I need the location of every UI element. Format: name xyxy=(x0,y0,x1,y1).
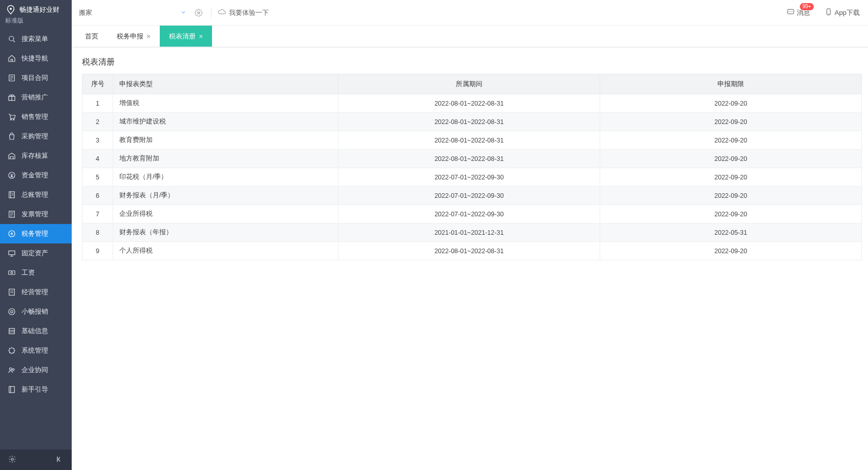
system-icon xyxy=(7,346,16,355)
ledger-icon xyxy=(7,190,16,199)
sidebar-item-6[interactable]: 库存核算 xyxy=(0,146,72,166)
search-icon xyxy=(7,34,16,44)
sidebar-item-13[interactable]: 经营管理 xyxy=(0,282,72,302)
operate-icon xyxy=(7,288,16,297)
org-select[interactable]: 搬家 xyxy=(79,8,186,17)
cell-period: 2022-08-01~2022-08-31 xyxy=(338,150,600,168)
table-row[interactable]: 6财务报表（月/季）2022-07-01~2022-09-302022-09-2… xyxy=(82,187,862,205)
svg-rect-10 xyxy=(9,251,15,255)
svg-rect-7 xyxy=(9,192,15,198)
sidebar-item-9[interactable]: 发票管理 xyxy=(0,205,72,224)
sidebar-item-2[interactable]: 项目合同 xyxy=(0,68,72,88)
message-icon xyxy=(787,8,795,17)
sidebar-item-1[interactable]: 快捷导航 xyxy=(0,49,72,68)
base-icon xyxy=(7,326,16,336)
cell-index: 1 xyxy=(82,94,113,113)
sidebar-item-label: 税务管理 xyxy=(22,229,48,238)
sidebar-item-12[interactable]: 工资 xyxy=(0,263,72,282)
sidebar-item-label: 搜索菜单 xyxy=(22,34,48,44)
svg-point-24 xyxy=(790,11,791,12)
sidebar-item-17[interactable]: 企业协同 xyxy=(0,360,72,380)
brand-subtitle: 标准版 xyxy=(0,16,72,29)
cell-index: 6 xyxy=(82,187,113,205)
sidebar-item-label: 快捷导航 xyxy=(22,54,48,63)
close-icon[interactable]: × xyxy=(199,32,203,40)
table-row[interactable]: 4地方教育附加2022-08-01~2022-08-312022-09-20 xyxy=(82,150,862,168)
table-row[interactable]: 2城市维护建设税2022-08-01~2022-08-312022-09-20 xyxy=(82,113,862,131)
cell-deadline: 2022-05-31 xyxy=(600,223,862,242)
sidebar-item-3[interactable]: 营销推广 xyxy=(0,88,72,107)
svg-point-1 xyxy=(9,36,14,41)
cell-type: 增值税 xyxy=(113,94,338,113)
cell-deadline: 2022-09-20 xyxy=(600,205,862,223)
tab-label: 税表清册 xyxy=(169,32,196,41)
sidebar-item-label: 系统管理 xyxy=(22,346,48,355)
sidebar-item-label: 发票管理 xyxy=(22,210,48,219)
cell-deadline: 2022-09-20 xyxy=(600,168,862,187)
cell-deadline: 2022-09-20 xyxy=(600,131,862,150)
table-row[interactable]: 9个人所得税2022-08-01~2022-08-312022-09-20 xyxy=(82,242,862,260)
sidebar-item-label: 企业协同 xyxy=(22,365,48,375)
try-experience-button[interactable]: 我要体验一下 xyxy=(218,8,269,17)
tab-2[interactable]: 税表清册× xyxy=(160,26,212,47)
cell-period: 2022-08-01~2022-08-31 xyxy=(338,131,600,150)
cell-period: 2022-08-01~2022-08-31 xyxy=(338,113,600,131)
table-row[interactable]: 1增值税2022-08-01~2022-08-312022-09-20 xyxy=(82,94,862,113)
topbar: 搬家 我要体验一下 消息 99+ xyxy=(72,0,868,26)
cell-deadline: 2022-09-20 xyxy=(600,113,862,131)
tab-0[interactable]: 首页 xyxy=(76,26,108,47)
table-row[interactable]: 3教育费附加2022-08-01~2022-08-312022-09-20 xyxy=(82,131,862,150)
brand: 畅捷通好业财 xyxy=(0,0,72,16)
sidebar-item-10[interactable]: 税务管理 xyxy=(0,224,72,243)
sidebar-item-5[interactable]: 采购管理 xyxy=(0,127,72,146)
cell-period: 2022-07-01~2022-09-30 xyxy=(338,187,600,205)
sidebar-item-18[interactable]: 新手引导 xyxy=(0,380,72,399)
sidebar-item-11[interactable]: 固定资产 xyxy=(0,243,72,263)
team-icon xyxy=(7,365,16,375)
tax-table: 序号 申报表类型 所属期间 申报期限 1增值税2022-08-01~2022-0… xyxy=(82,74,862,260)
sidebar-item-7[interactable]: 资金管理 xyxy=(0,166,72,185)
table-row[interactable]: 7企业所得税2022-07-01~2022-09-302022-09-20 xyxy=(82,205,862,223)
sidebar-item-label: 工资 xyxy=(22,268,35,277)
sidebar-footer xyxy=(0,449,72,470)
cell-index: 7 xyxy=(82,205,113,223)
th-type: 申报表类型 xyxy=(113,74,338,94)
cell-period: 2021-01-01~2021-12-31 xyxy=(338,223,600,242)
gear-icon[interactable] xyxy=(193,7,205,19)
collapse-icon[interactable] xyxy=(55,455,63,465)
svg-point-18 xyxy=(12,369,14,371)
messages-badge: 99+ xyxy=(799,3,814,11)
sidebar-item-label: 采购管理 xyxy=(22,132,48,141)
bag-icon xyxy=(7,132,16,141)
svg-point-5 xyxy=(13,119,14,120)
cell-index: 9 xyxy=(82,242,113,260)
sidebar-item-15[interactable]: 基础信息 xyxy=(0,321,72,341)
cell-type: 财务报表（月/季） xyxy=(113,187,338,205)
th-index: 序号 xyxy=(82,74,113,94)
sidebar-item-14[interactable]: 小畅报销 xyxy=(0,302,72,321)
sidebar-item-0[interactable]: 搜索菜单 xyxy=(0,29,72,49)
sidebar-item-label: 营销推广 xyxy=(22,93,48,102)
sidebar-item-4[interactable]: 销售管理 xyxy=(0,107,72,127)
cell-period: 2022-07-01~2022-09-30 xyxy=(338,205,600,223)
svg-point-17 xyxy=(10,368,12,371)
app-download-button[interactable]: App下载 xyxy=(823,6,861,19)
messages-button[interactable]: 消息 99+ xyxy=(786,6,811,19)
table-row[interactable]: 8财务报表（年报）2021-01-01~2021-12-312022-05-31 xyxy=(82,223,862,242)
table-header-row: 序号 申报表类型 所属期间 申报期限 xyxy=(82,74,862,94)
table-row[interactable]: 5印花税（月/季）2022-07-01~2022-09-302022-09-20 xyxy=(82,168,862,187)
cell-type: 地方教育附加 xyxy=(113,150,338,168)
cell-deadline: 2022-09-20 xyxy=(600,94,862,113)
close-icon[interactable]: × xyxy=(146,32,151,40)
tab-1[interactable]: 税务申报× xyxy=(108,26,160,47)
content: 税表清册 序号 申报表类型 所属期间 申报期限 1增值税2022-08 xyxy=(72,47,868,470)
sidebar-item-label: 总账管理 xyxy=(22,190,48,199)
tab-label: 首页 xyxy=(85,32,98,41)
svg-point-12 xyxy=(11,272,13,274)
settings-icon[interactable] xyxy=(8,455,16,465)
sidebar-item-16[interactable]: 系统管理 xyxy=(0,341,72,360)
cell-type: 城市维护建设税 xyxy=(113,113,338,131)
sidebar-item-label: 销售管理 xyxy=(22,112,48,121)
contract-icon xyxy=(7,73,16,83)
sidebar-item-8[interactable]: 总账管理 xyxy=(0,185,72,205)
